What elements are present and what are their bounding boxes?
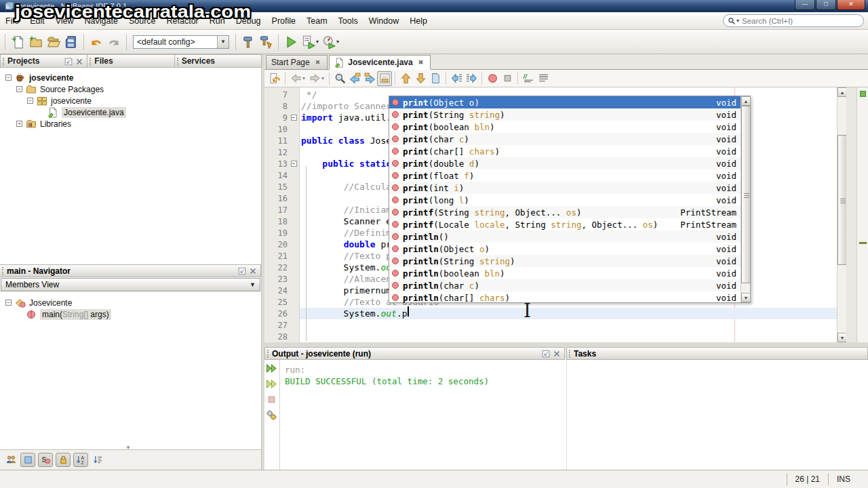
collapse-icon[interactable]: − <box>5 75 12 81</box>
code-line[interactable]: 28 <box>264 331 846 342</box>
completion-item[interactable]: println(String string)void <box>389 255 741 267</box>
chevron-down-icon[interactable]: ▾ <box>302 75 305 81</box>
project-tree-item[interactable]: −josevicente <box>0 72 261 83</box>
completion-item[interactable]: println(char c)void <box>389 279 741 291</box>
collapse-icon[interactable]: − <box>27 98 33 104</box>
tasks-panel-header[interactable]: Tasks <box>566 347 868 360</box>
window-minimize-button[interactable]: — <box>795 0 815 10</box>
projects-tree[interactable]: −josevicente−Source Packages−josevicente… <box>0 68 262 264</box>
highlight-button[interactable] <box>377 71 392 86</box>
code-line[interactable]: 26 System.out.p <box>264 308 846 319</box>
show-non-public-button[interactable] <box>56 453 71 467</box>
prev-bookmark-button[interactable] <box>398 71 413 86</box>
sort-by-source-button[interactable] <box>91 453 104 467</box>
inherited-members-button[interactable] <box>4 453 18 467</box>
menu-window[interactable]: Window <box>363 14 404 28</box>
close-window-icon[interactable] <box>552 349 561 359</box>
panel-header-services[interactable]: Services <box>175 54 262 68</box>
panel-header-projects[interactable]: Projects <box>0 54 87 68</box>
completion-item[interactable]: print(boolean bln)void <box>389 121 741 133</box>
open-project-button[interactable] <box>45 33 62 51</box>
project-tree-item[interactable]: −Source Packages <box>0 83 261 95</box>
output-panel-header[interactable]: Output - josevicente (run) <box>264 347 565 360</box>
completion-item[interactable]: println(Object o)void <box>389 243 741 255</box>
options-button[interactable] <box>266 409 278 422</box>
completion-item[interactable]: print(int i)void <box>389 182 741 194</box>
completion-item[interactable]: print(double d)void <box>389 157 741 169</box>
tab-start-page[interactable]: Start Page✖ <box>266 55 328 69</box>
completion-item[interactable]: print(long l)void <box>389 194 741 206</box>
project-tree-item[interactable]: +Libraries <box>0 118 261 129</box>
completion-item[interactable]: print(String string)void <box>389 108 741 121</box>
uncomment-button[interactable] <box>536 71 551 86</box>
completion-item[interactable]: print(char[] chars)void <box>389 145 741 157</box>
completion-item[interactable]: print(char c)void <box>389 133 741 145</box>
horizontal-splitter[interactable] <box>264 342 868 347</box>
popup-scrollbar[interactable]: ▲ ▼ <box>741 96 750 302</box>
close-window-icon[interactable] <box>75 57 84 66</box>
stop-macro-button[interactable] <box>500 71 515 86</box>
completion-item[interactable]: println(char[] chars)void <box>389 291 741 304</box>
completion-item[interactable]: println(boolean bln)void <box>389 267 741 279</box>
minimize-window-icon[interactable] <box>237 266 247 276</box>
back-button[interactable] <box>288 71 303 86</box>
last-edit-button[interactable] <box>267 71 282 86</box>
undo-button[interactable] <box>87 33 105 51</box>
code-line[interactable]: 27 <box>264 319 846 331</box>
clean-build-button[interactable] <box>257 33 275 51</box>
fold-collapse-icon[interactable]: − <box>291 115 297 121</box>
chevron-down-icon[interactable]: ▾ <box>316 39 319 45</box>
window-maximize-button[interactable]: □ <box>816 0 836 10</box>
comment-button[interactable]: // <box>521 71 536 86</box>
sort-alphabetical-button[interactable]: AZ <box>73 453 88 467</box>
rerun-build-button[interactable] <box>266 378 278 390</box>
minimize-window-icon[interactable] <box>541 349 551 359</box>
expand-icon[interactable]: + <box>16 121 22 127</box>
navigator-item[interactable]: −Josevicente <box>0 297 261 308</box>
collapse-icon[interactable]: − <box>5 300 12 306</box>
navigator-item[interactable]: main(String[] args) <box>0 308 261 320</box>
navigator-tree[interactable]: −Josevicentemain(String[] args) <box>0 291 261 320</box>
run-button[interactable] <box>282 33 300 51</box>
panel-header-files[interactable]: Files <box>87 54 174 68</box>
config-combobox[interactable]: <default config>▼ <box>133 35 229 49</box>
scroll-down-icon[interactable]: ▼ <box>837 333 846 342</box>
save-all-button[interactable] <box>62 33 80 51</box>
menu-help[interactable]: Help <box>404 14 433 28</box>
shift-left-button[interactable] <box>449 71 464 86</box>
tab-josevicente-java[interactable]: Josevicente.java✖ <box>329 55 431 70</box>
show-static-button[interactable]: S <box>38 453 53 467</box>
close-window-icon[interactable] <box>248 266 258 276</box>
menu-tools[interactable]: Tools <box>333 14 363 28</box>
project-tree-item[interactable]: −josevicente <box>0 95 261 106</box>
quick-search[interactable]: ▾ <box>723 14 864 27</box>
splitter-collapse-icon[interactable]: ▼ <box>125 445 131 451</box>
chevron-down-icon[interactable]: ▾ <box>336 39 339 45</box>
close-tab-icon[interactable]: ✖ <box>313 58 323 66</box>
next-bookmark-button[interactable] <box>413 71 428 86</box>
project-tree-item[interactable]: Josevicente.java <box>0 106 261 118</box>
completion-item[interactable]: print(float f)void <box>389 169 741 182</box>
completion-item[interactable]: println()void <box>389 230 741 243</box>
members-view-select[interactable]: Members View ▼ <box>1 278 260 291</box>
chevron-down-icon[interactable]: ▾ <box>321 75 324 81</box>
completion-item[interactable]: print(Object o)void <box>389 96 741 108</box>
scroll-up-icon[interactable]: ▲ <box>837 87 846 97</box>
output-console[interactable]: run:BUILD SUCCESSFUL (total time: 2 seco… <box>264 360 868 470</box>
minimize-window-icon[interactable] <box>64 57 73 66</box>
menu-team[interactable]: Team <box>301 14 333 28</box>
collapse-icon[interactable]: − <box>16 86 22 92</box>
search-input[interactable] <box>742 17 859 25</box>
completion-item[interactable]: printf(String string, Object... os)Print… <box>389 206 741 218</box>
redo-button[interactable] <box>105 33 123 51</box>
scroll-up-icon[interactable]: ▲ <box>741 96 751 106</box>
stop-button[interactable] <box>266 394 278 406</box>
shift-right-button[interactable] <box>464 71 479 86</box>
record-macro-button[interactable] <box>485 71 500 86</box>
scrollbar-thumb[interactable] <box>837 135 846 265</box>
toggle-bookmark-button[interactable] <box>428 71 443 86</box>
profile-button[interactable] <box>320 33 338 51</box>
completion-item[interactable]: printf(Locale locale, String string, Obj… <box>389 218 741 230</box>
scrollbar-thumb[interactable] <box>741 106 751 283</box>
chevron-down-icon[interactable]: ▼ <box>217 36 229 48</box>
